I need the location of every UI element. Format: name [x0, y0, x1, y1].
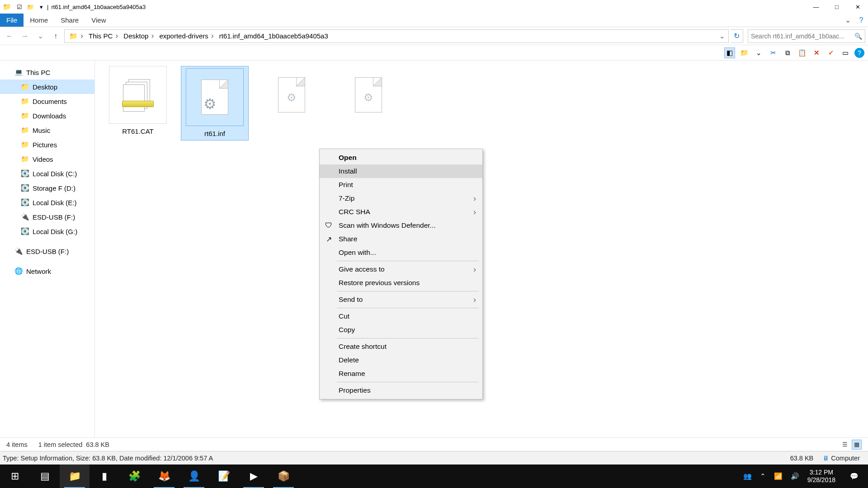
copy-button[interactable]: ⧉ — [782, 47, 793, 58]
address-bar[interactable]: 📁 This PC Desktop exported-drivers rt61.… — [64, 29, 729, 43]
file-tooltip: Type: Setup Information, Size: 63.8 KB, … — [3, 455, 213, 462]
context-menu-item[interactable]: Copy — [320, 323, 482, 337]
cat-file-icon — [122, 79, 154, 111]
context-menu-item[interactable]: Restore previous versions — [320, 276, 482, 290]
context-menu-item[interactable]: CRC SHA — [320, 205, 482, 219]
tree-esd-usb-f[interactable]: 🔌ESD-USB (F:) — [0, 210, 94, 224]
clock[interactable]: 3:12 PM 9/28/2018 — [807, 469, 835, 484]
share-tab[interactable]: Share — [54, 14, 85, 27]
cut-button[interactable]: ✂ — [768, 47, 778, 58]
rename-button[interactable]: ✔ — [826, 47, 836, 58]
properties-button[interactable]: ▭ — [840, 47, 851, 58]
tree-videos[interactable]: 📁Videos — [0, 152, 94, 166]
tree-local-disk-g[interactable]: 💽Local Disk (G:) — [0, 224, 94, 239]
usb-icon: 🔌 — [14, 247, 23, 255]
sys-file-icon: ⚙ — [355, 77, 382, 113]
new-folder-button[interactable]: 📁 — [739, 47, 750, 58]
window-controls: — □ ✕ — [806, 0, 868, 14]
home-tab[interactable]: Home — [24, 14, 54, 27]
tree-pictures[interactable]: 📁Pictures — [0, 137, 94, 152]
file-tab[interactable]: File — [0, 14, 24, 27]
folder-icon: 📁 — [66, 30, 86, 42]
file-item-sys2[interactable]: ⚙ — [335, 66, 402, 141]
help-icon[interactable]: ? — [854, 14, 868, 27]
icons-view-button[interactable]: ▦ — [852, 440, 862, 450]
context-menu-item[interactable]: Open with... — [320, 246, 482, 259]
folder-icon: 📁 — [21, 155, 29, 163]
view-tab[interactable]: View — [85, 14, 112, 27]
maximize-button[interactable]: □ — [826, 0, 847, 14]
tree-this-pc[interactable]: 💻This PC — [0, 65, 94, 80]
help-button[interactable]: ? — [854, 48, 864, 58]
task-view-button[interactable]: ▤ — [30, 465, 60, 488]
search-input[interactable] — [751, 33, 854, 40]
taskbar-app1[interactable]: 🧩 — [119, 465, 149, 488]
tree-network[interactable]: 🌐Network — [0, 264, 94, 278]
tree-local-disk-c[interactable]: 💽Local Disk (C:) — [0, 166, 94, 181]
minimize-button[interactable]: — — [806, 0, 826, 14]
breadcrumb-current-folder[interactable]: rt61.inf_amd64_1b0aaceb5a9405a3 — [217, 30, 331, 42]
context-menu-item[interactable]: Give access to — [320, 263, 482, 276]
people-icon[interactable]: 👥 — [743, 472, 752, 480]
context-menu-item[interactable]: Properties — [320, 384, 482, 397]
tree-storage-f[interactable]: 💽Storage F (D:) — [0, 181, 94, 195]
taskbar-explorer[interactable]: 📁 — [60, 465, 90, 488]
close-button[interactable]: ✕ — [847, 0, 868, 14]
qat-new-folder-icon[interactable]: 📁 — [26, 3, 34, 11]
preview-pane-button[interactable]: ◧ — [724, 47, 735, 58]
folder-icon: 📁 — [21, 112, 29, 120]
taskbar-app3[interactable]: 📦 — [269, 465, 298, 488]
tree-desktop[interactable]: 📁Desktop — [0, 80, 94, 94]
recent-locations-button[interactable] — [33, 29, 47, 43]
paste-button[interactable]: 📋 — [797, 47, 807, 58]
up-button[interactable]: ↑ — [49, 29, 62, 43]
context-menu-item[interactable]: Create shortcut — [320, 340, 482, 353]
context-menu-label: Create shortcut — [339, 343, 387, 351]
taskbar-notepad[interactable]: 📝 — [209, 465, 239, 488]
volume-icon[interactable]: 🔊 — [791, 472, 799, 480]
context-menu-item[interactable]: Install — [320, 164, 482, 178]
context-menu-item[interactable]: Cut — [320, 310, 482, 323]
search-icon[interactable]: 🔍 — [854, 33, 862, 40]
file-size: 63.8 KB — [790, 455, 814, 462]
context-menu-item[interactable]: Print — [320, 178, 482, 192]
wifi-icon[interactable]: 📶 — [774, 472, 783, 480]
breadcrumb-exported-drivers[interactable]: exported-drivers — [156, 30, 216, 42]
new-item-dropdown[interactable] — [753, 47, 764, 58]
tree-documents[interactable]: 📁Documents — [0, 94, 94, 108]
file-item-sys1[interactable]: ⚙ — [258, 66, 326, 141]
context-menu-item[interactable]: Delete — [320, 353, 482, 367]
taskbar-app2[interactable]: 👤 — [179, 465, 209, 488]
details-view-button[interactable]: ☰ — [840, 440, 850, 450]
breadcrumb-this-pc[interactable]: This PC — [86, 30, 121, 42]
taskbar-powershell[interactable]: ▶ — [239, 465, 269, 488]
refresh-button[interactable]: ↻ — [731, 29, 743, 43]
file-item-cat[interactable]: RT61.CAT — [104, 66, 172, 141]
tree-music[interactable]: 📁Music — [0, 123, 94, 137]
breadcrumb-desktop[interactable]: Desktop — [121, 30, 156, 42]
ribbon-collapse-icon[interactable] — [841, 14, 854, 27]
action-center-icon[interactable]: 💬 — [844, 465, 864, 488]
taskbar-firefox[interactable]: 🦊 — [149, 465, 179, 488]
context-menu-item[interactable]: 🛡Scan with Windows Defender... — [320, 219, 482, 232]
file-list[interactable]: RT61.CAT ⚙ rt61.inf ⚙ ⚙ OpenInstallPrint… — [95, 61, 868, 437]
context-menu-item[interactable]: Rename — [320, 367, 482, 380]
address-history-icon[interactable] — [717, 32, 726, 40]
qat-properties-icon[interactable]: ☑ — [15, 3, 24, 11]
delete-button[interactable]: ✕ — [811, 47, 822, 58]
forward-button[interactable]: → — [18, 29, 32, 43]
taskbar-terminal[interactable]: ▮ — [90, 465, 119, 488]
tree-esd-usb-root[interactable]: 🔌ESD-USB (F:) — [0, 244, 94, 258]
tree-downloads[interactable]: 📁Downloads — [0, 108, 94, 123]
back-button[interactable]: ← — [3, 29, 16, 43]
tray-overflow-icon[interactable]: ⌃ — [760, 472, 766, 480]
context-menu-item[interactable]: Open — [320, 151, 482, 164]
file-item-inf[interactable]: ⚙ rt61.inf — [181, 66, 249, 141]
context-menu-item[interactable]: 7-Zip — [320, 192, 482, 205]
context-menu-item[interactable]: ↗Share — [320, 232, 482, 246]
qat-dropdown-icon[interactable]: ▾ — [37, 3, 45, 11]
start-button[interactable]: ⊞ — [0, 465, 30, 488]
context-menu-item[interactable]: Send to — [320, 293, 482, 306]
search-box[interactable]: 🔍 — [748, 29, 865, 43]
tree-local-disk-e[interactable]: 💽Local Disk (E:) — [0, 195, 94, 210]
